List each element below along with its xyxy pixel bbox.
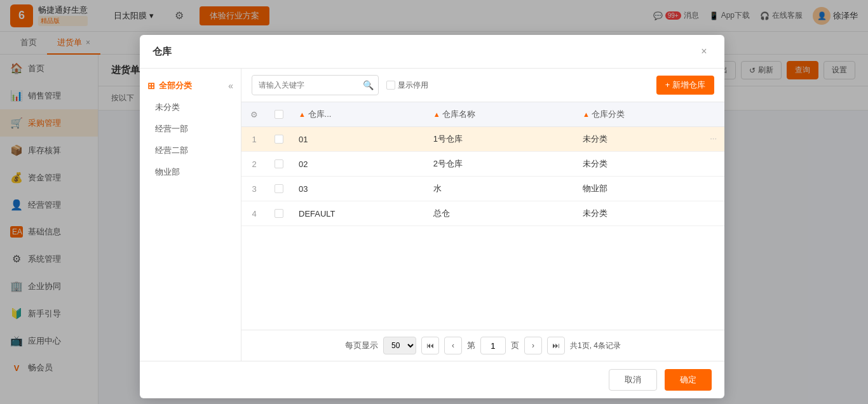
page-unit: 页 xyxy=(511,340,519,351)
show-disabled-checkbox[interactable] xyxy=(386,81,395,90)
th-settings: ⚙ xyxy=(241,102,267,127)
table-row[interactable]: 4 DEFAULT 总仓 未分类 xyxy=(241,201,724,226)
row-more-icon[interactable]: ··· xyxy=(710,133,717,143)
category-item-property[interactable]: 物业部 xyxy=(140,161,241,183)
category-sidebar: ⊞ 全部分类 « 未分类 经营一部 经营二部 物业部 xyxy=(140,69,241,361)
search-icon[interactable]: 🔍 xyxy=(363,80,374,90)
modal-title: 仓库 xyxy=(153,46,172,58)
page-size-select[interactable]: 50 xyxy=(383,337,416,354)
cell-code: 03 xyxy=(291,177,426,201)
category-header: ⊞ 全部分类 « xyxy=(140,75,241,97)
cell-category: 未分类 xyxy=(575,152,724,177)
category-item-uncategorized[interactable]: 未分类 xyxy=(140,97,241,118)
search-input[interactable] xyxy=(252,75,379,95)
cell-check[interactable] xyxy=(267,152,291,177)
cell-num: 2 xyxy=(241,152,267,177)
sort-icon: ▲ xyxy=(299,111,306,118)
row-checkbox[interactable] xyxy=(275,135,283,144)
table-row[interactable]: 2 02 2号仓库 未分类 xyxy=(241,152,724,177)
cell-num: 4 xyxy=(241,201,267,226)
cell-category: 未分类 xyxy=(575,201,724,226)
th-category[interactable]: ▲ 仓库分类 xyxy=(575,102,724,127)
pagination: 每页显示 50 ⏮ ‹ 第 页 › ⏭ 共1页, 4条记录 xyxy=(241,330,724,361)
cell-category: 未分类 ··· xyxy=(575,127,724,152)
th-checkbox xyxy=(267,102,291,127)
collapse-icon[interactable]: « xyxy=(228,81,233,91)
category-item-ops1[interactable]: 经营一部 xyxy=(140,118,241,140)
modal-footer: 取消 确定 xyxy=(140,361,724,398)
category-item-ops2[interactable]: 经营二部 xyxy=(140,140,241,161)
select-all-checkbox[interactable] xyxy=(275,110,283,119)
row-checkbox[interactable] xyxy=(275,159,283,168)
cell-check[interactable] xyxy=(267,201,291,226)
cell-name: 总仓 xyxy=(426,201,575,226)
table-row[interactable]: 1 01 1号仓库 未分类 ··· xyxy=(241,127,724,152)
sort-icon: ▲ xyxy=(433,111,440,118)
sort-icon: ▲ xyxy=(583,111,590,118)
table-area: 🔍 显示停用 + 新增仓库 ⚙ xyxy=(241,69,724,361)
table-toolbar: 🔍 显示停用 + 新增仓库 xyxy=(241,69,724,102)
warehouse-modal: 仓库 × ⊞ 全部分类 « 未分类 经营一部 经营二部 物业部 xyxy=(140,35,724,398)
prev-page-btn[interactable]: ‹ xyxy=(444,337,462,354)
cell-check[interactable] xyxy=(267,127,291,152)
row-checkbox[interactable] xyxy=(275,184,283,193)
first-page-btn[interactable]: ⏮ xyxy=(421,337,439,354)
modal-header: 仓库 × xyxy=(140,35,724,69)
all-categories-label: 全部分类 xyxy=(159,80,192,91)
table-header-row: ⚙ ▲ 仓库... ▲ 仓库名称 xyxy=(241,102,724,127)
cell-code: 02 xyxy=(291,152,426,177)
last-page-btn[interactable]: ⏭ xyxy=(547,337,565,354)
modal-close-btn[interactable]: × xyxy=(696,44,712,59)
cancel-btn[interactable]: 取消 xyxy=(609,369,657,391)
grid-icon: ⊞ xyxy=(147,81,155,91)
confirm-btn[interactable]: 确定 xyxy=(665,369,712,391)
cell-name: 水 xyxy=(426,177,575,201)
page-size-label: 每页显示 xyxy=(345,340,378,351)
cell-code: 01 xyxy=(291,127,426,152)
th-code[interactable]: ▲ 仓库... xyxy=(291,102,426,127)
show-disabled-label: 显示停用 xyxy=(398,80,428,91)
page-number-input[interactable] xyxy=(480,337,506,354)
cell-name: 2号仓库 xyxy=(426,152,575,177)
cell-code: DEFAULT xyxy=(291,201,426,226)
search-input-wrap: 🔍 xyxy=(252,75,379,95)
cell-category: 物业部 xyxy=(575,177,724,201)
next-page-btn[interactable]: › xyxy=(524,337,542,354)
total-info: 共1页, 4条记录 xyxy=(570,340,621,351)
cell-check[interactable] xyxy=(267,177,291,201)
warehouse-table: ⚙ ▲ 仓库... ▲ 仓库名称 xyxy=(241,102,724,226)
cell-name: 1号仓库 xyxy=(426,127,575,152)
th-name[interactable]: ▲ 仓库名称 xyxy=(426,102,575,127)
page-label: 第 xyxy=(467,340,475,351)
new-warehouse-btn[interactable]: + 新增仓库 xyxy=(656,76,714,95)
show-disabled-toggle[interactable]: 显示停用 xyxy=(386,80,428,91)
table-row[interactable]: 3 03 水 物业部 xyxy=(241,177,724,201)
data-table: ⚙ ▲ 仓库... ▲ 仓库名称 xyxy=(241,102,724,330)
modal-body: ⊞ 全部分类 « 未分类 经营一部 经营二部 物业部 xyxy=(140,69,724,361)
row-checkbox[interactable] xyxy=(275,209,283,218)
cell-num: 1 xyxy=(241,127,267,152)
cell-num: 3 xyxy=(241,177,267,201)
all-categories-btn[interactable]: ⊞ 全部分类 xyxy=(147,80,192,91)
